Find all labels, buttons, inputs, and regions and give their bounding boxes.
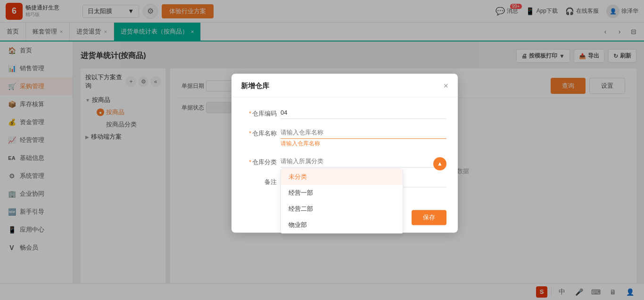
form-row-name: 仓库名称 请输入仓库名称 [243, 126, 446, 148]
add-warehouse-modal: 新增仓库 × 仓库编码 仓库名称 请输入仓库名称 仓库分类 ▲ [231, 74, 458, 233]
category-dropdown: 未分类 经营一部 经营二部 物业部 [281, 168, 403, 233]
dropdown-item-dept1[interactable]: 经营一部 [281, 185, 403, 201]
modal-title: 新增仓库 [241, 82, 269, 91]
dropdown-item-dept2[interactable]: 经营二部 [281, 201, 403, 217]
modal-close-button[interactable]: × [443, 81, 448, 91]
code-input[interactable] [281, 107, 446, 119]
name-error-msg: 请输入仓库名称 [281, 140, 446, 148]
category-label: 仓库分类 [243, 155, 277, 167]
form-row-category: 仓库分类 ▲ 未分类 经营一部 经营二部 物业部 [243, 155, 446, 167]
name-input[interactable] [281, 126, 446, 139]
note-label: 备注 [243, 175, 277, 186]
dropdown-item-unclassified[interactable]: 未分类 [281, 169, 403, 185]
category-select-wrapper: ▲ 未分类 经营一部 经营二部 物业部 [281, 155, 446, 167]
form-row-code: 仓库编码 [243, 107, 446, 119]
category-dropdown-button[interactable]: ▲ [433, 157, 446, 170]
modal-header: 新增仓库 × [231, 74, 458, 97]
modal-body: 仓库编码 仓库名称 请输入仓库名称 仓库分类 ▲ 未分类 经营一部 [231, 97, 458, 204]
code-label: 仓库编码 [243, 107, 277, 118]
name-label: 仓库名称 [243, 126, 277, 138]
dropdown-item-property[interactable]: 物业部 [281, 217, 403, 233]
save-button[interactable]: 保存 [412, 210, 446, 225]
category-input[interactable] [281, 155, 446, 167]
